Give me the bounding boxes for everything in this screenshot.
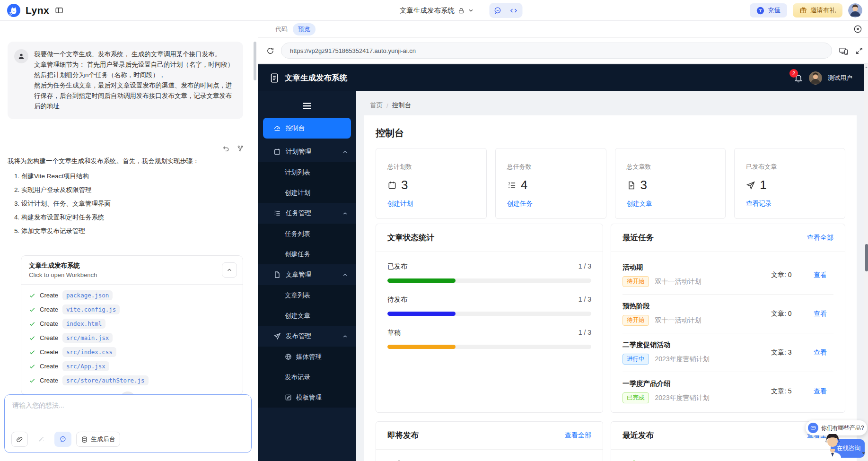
enhance-button[interactable] xyxy=(33,432,50,447)
stat-card-tasks: 总任务数 4 创建任务 xyxy=(495,148,606,219)
view-all-link[interactable]: 查看全部 xyxy=(565,431,591,440)
sidebar-item-label: 发布管理 xyxy=(286,332,311,340)
sidebar-item-template[interactable]: 模板管理 xyxy=(258,387,356,408)
url-input[interactable] xyxy=(281,43,832,59)
sidebar-item-article-create[interactable]: 创建文章 xyxy=(258,305,356,326)
task-view-link[interactable]: 查看 xyxy=(814,348,827,357)
workbench-card[interactable]: 文章生成发布系统 Click to open Workbench Create … xyxy=(21,255,243,395)
task-name: 预热阶段 xyxy=(623,302,771,311)
chat-bubble-icon xyxy=(59,435,67,443)
progress-pending: 待发布 1 / 3 xyxy=(387,296,591,316)
expand-icon[interactable] xyxy=(855,47,863,55)
file-link[interactable]: package.json xyxy=(62,290,113,300)
notification-bell-icon[interactable]: 2 xyxy=(794,73,803,83)
code-mode-button[interactable] xyxy=(507,4,521,17)
scroll-up-arrow[interactable] xyxy=(865,66,868,69)
task-article-count: 文章: 0 xyxy=(771,271,814,279)
check-icon xyxy=(29,349,35,356)
close-icon[interactable] xyxy=(853,25,862,34)
invite-button[interactable]: 邀请有礼 xyxy=(793,3,842,17)
task-view-link[interactable]: 查看 xyxy=(814,387,827,396)
undo-icon[interactable] xyxy=(222,145,230,152)
support-bubble[interactable]: 你们有哪些产品? xyxy=(806,420,867,435)
stat-label: 总任务数 xyxy=(507,163,595,171)
chevron-down-icon[interactable] xyxy=(467,7,474,14)
stat-link-create-task[interactable]: 创建任务 xyxy=(507,200,533,208)
task-name: 一季度产品介绍 xyxy=(623,379,771,388)
breadcrumb-separator: / xyxy=(386,102,388,109)
fork-icon[interactable] xyxy=(237,145,244,152)
calendar-icon xyxy=(387,181,397,190)
recharge-button[interactable]: T 充值 xyxy=(750,3,787,17)
assistant-step: 3. 设计计划、任务、文章管理界面 xyxy=(8,200,244,208)
sidebar-item-article[interactable]: 文章管理 xyxy=(258,264,356,285)
sidebar-item-plan[interactable]: 计划管理 xyxy=(258,141,356,162)
stat-value: 4 xyxy=(521,178,527,192)
stat-link-create-plan[interactable]: 创建计划 xyxy=(387,200,413,208)
globe-icon xyxy=(285,353,292,360)
project-title: 文章生成发布系统 xyxy=(400,6,455,15)
view-all-link[interactable]: 查看全部 xyxy=(807,234,833,242)
stat-value: 3 xyxy=(401,178,408,192)
status-badge: 待开始 xyxy=(623,315,649,326)
progress-track xyxy=(387,278,591,283)
sidebar-submenu-publish: 媒体管理 发布记录 模板管理 xyxy=(258,347,356,408)
chat-scrollbar[interactable] xyxy=(254,42,256,80)
chat-mode-button[interactable] xyxy=(491,4,505,17)
sidebar-item-task-create[interactable]: 创建任务 xyxy=(258,244,356,264)
mode-switch xyxy=(489,3,522,18)
file-link[interactable]: src/main.jsx xyxy=(62,333,113,343)
sidebar-item-article-list[interactable]: 文章列表 xyxy=(258,285,356,305)
collapse-caret-icon[interactable] xyxy=(861,451,866,456)
file-row: Create vite.config.js xyxy=(29,304,235,314)
collapse-button[interactable] xyxy=(222,262,237,278)
sidebar-item-dashboard[interactable]: 控制台 xyxy=(263,118,351,139)
file-link[interactable]: src/store/authStore.js xyxy=(62,375,149,385)
file-link[interactable]: src/App.jsx xyxy=(62,361,109,371)
breadcrumb-home[interactable]: 首页 xyxy=(370,101,383,110)
task-plan: 2023年度营销计划 xyxy=(655,394,710,402)
devices-icon[interactable] xyxy=(839,46,849,56)
generate-backend-button[interactable]: 生成后台 xyxy=(76,432,120,447)
file-link[interactable]: index.html xyxy=(62,319,105,329)
sidebar-item-publish-records[interactable]: 发布记录 xyxy=(258,367,356,387)
notification-badge: 2 xyxy=(789,69,798,78)
sidebar-item-task-list[interactable]: 任务列表 xyxy=(258,224,356,244)
panel-toggle-icon[interactable] xyxy=(54,5,64,16)
task-view-link[interactable]: 查看 xyxy=(814,310,827,318)
page-title: 控制台 xyxy=(376,127,845,139)
file-link[interactable]: src/index.css xyxy=(62,347,116,357)
panel-title: 最近任务 xyxy=(623,233,654,243)
app-user-avatar[interactable] xyxy=(809,71,822,85)
stat-link-view-records[interactable]: 查看记录 xyxy=(746,200,772,208)
sidebar-subitem-label: 计划列表 xyxy=(285,168,310,177)
preview-scrollbar[interactable] xyxy=(864,64,868,461)
sidebar-subitem-label: 创建文章 xyxy=(285,312,310,320)
scrollbar-thumb[interactable] xyxy=(865,244,868,271)
magic-wand-icon xyxy=(37,435,45,443)
sidebar-item-task[interactable]: 任务管理 xyxy=(258,203,356,224)
chevron-up-icon xyxy=(342,211,348,216)
refresh-icon[interactable] xyxy=(266,47,274,55)
app-username: 测试用户 xyxy=(828,74,852,82)
task-view-link[interactable]: 查看 xyxy=(814,271,827,279)
hamburger-icon[interactable] xyxy=(258,91,356,115)
sidebar-item-publish[interactable]: 发布管理 xyxy=(258,326,356,347)
chat-input[interactable] xyxy=(12,401,244,427)
stat-link-create-article[interactable]: 创建文章 xyxy=(627,200,652,208)
sidebar-item-plan-list[interactable]: 计划列表 xyxy=(258,162,356,183)
tab-code[interactable]: 代码 xyxy=(270,23,293,35)
chat-mode-toggle[interactable] xyxy=(54,432,71,447)
progress-label: 草稿 xyxy=(387,329,401,337)
attach-button[interactable] xyxy=(11,432,28,447)
sidebar-item-plan-create[interactable]: 创建计划 xyxy=(258,183,356,203)
send-icon xyxy=(273,332,281,340)
chat-panel: 我要做一个文章生成、发布系统， 生成的文章调用某个接口发布。 文章管理细节为： … xyxy=(0,21,258,461)
sidebar-subitem-label: 模板管理 xyxy=(296,393,322,402)
user-avatar[interactable] xyxy=(848,3,862,17)
sidebar-item-media[interactable]: 媒体管理 xyxy=(258,347,356,367)
task-plan: 2023年度营销计划 xyxy=(655,355,710,364)
app-title: 文章生成发布系统 xyxy=(285,73,347,83)
tab-preview[interactable]: 预览 xyxy=(293,23,316,35)
file-link[interactable]: vite.config.js xyxy=(62,304,120,314)
